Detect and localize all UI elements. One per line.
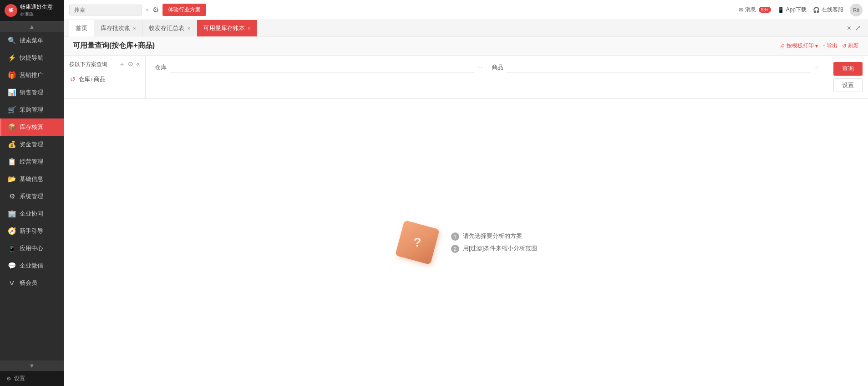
empty-tip-1: 1 请先选择要分析的方案: [451, 232, 537, 241]
sidebar-icon-basic: 📂: [8, 175, 16, 183]
sidebar-item-inventory[interactable]: 📦 库存核算: [0, 118, 64, 136]
sidebar-item-finance[interactable]: 💰 资金管理: [0, 136, 64, 153]
sidebar-label-appcenter: 应用中心: [20, 244, 43, 252]
gear-icon[interactable]: ⚙: [152, 5, 159, 14]
refresh-button[interactable]: ↺ 刷新: [842, 42, 859, 50]
warehouse-more-button[interactable]: ···: [477, 64, 482, 71]
tab-available[interactable]: 可用量库存账本 ×: [197, 20, 257, 36]
sidebar-item-sales[interactable]: 📊 销售管理: [0, 84, 64, 101]
settings-button[interactable]: 设置: [833, 78, 863, 92]
app-download-button[interactable]: 📱 App下载: [777, 6, 807, 14]
service-label: 在线客服: [822, 6, 843, 14]
sidebar-footer[interactable]: ⚙ 设置: [0, 371, 64, 386]
sidebar-logo: 畅: [5, 4, 17, 17]
message-badge: 99+: [759, 7, 771, 13]
sidebar-label-sales: 销售管理: [20, 88, 43, 97]
sidebar-label-search: 搜索菜单: [20, 36, 43, 45]
sidebar-label-basic: 基础信息: [20, 175, 43, 183]
user-name: Rit: [853, 7, 859, 13]
scheme-item-warehouse-goods[interactable]: ↺ 仓库+商品: [64, 72, 145, 87]
sidebar-item-member[interactable]: V 畅会员: [0, 274, 64, 292]
goods-more-button[interactable]: ···: [814, 64, 819, 71]
tab-available-close[interactable]: ×: [248, 26, 250, 31]
sidebar-item-shortcut[interactable]: ⚡ 快捷导航: [0, 49, 64, 67]
print-chevron-icon: ▾: [815, 43, 818, 49]
empty-state: 1 请先选择要分析的方案 2 用[过滤]条件来缩小分析范围: [64, 99, 868, 386]
sidebar-item-guide[interactable]: 🧭 新手引导: [0, 222, 64, 240]
sidebar-icon-purchase: 🛒: [8, 106, 16, 114]
tip-text-1: 请先选择要分析的方案: [463, 232, 522, 240]
sidebar-item-wechat[interactable]: 💬 企业微信: [0, 257, 64, 274]
tab-home[interactable]: 首页: [69, 20, 94, 36]
online-service-button[interactable]: 🎧 在线客服: [813, 6, 843, 14]
sidebar-items: 🔍 搜索菜单 ⚡ 快捷导航 🎁 营销推广 📊 销售管理 🛒 采购管理 📦 库存核…: [0, 32, 64, 360]
sidebar-label-finance: 资金管理: [20, 140, 43, 149]
page-content: 可用量查询(按仓库+商品) 🖨 按模板打印 ▾ ↑ 导出 ↺ 刷新: [64, 36, 868, 386]
sidebar-label-wechat: 企业微信: [20, 262, 43, 270]
filter-panel: 仓库 ··· 商品 ···: [146, 56, 828, 98]
logo-text: 畅: [9, 7, 13, 14]
tab-batch[interactable]: 库存批次账 ×: [94, 20, 142, 36]
export-button[interactable]: ↑ 导出: [822, 42, 838, 50]
sidebar-item-operation[interactable]: 📋 经营管理: [0, 153, 64, 170]
tab-summary[interactable]: 收发存汇总表 ×: [142, 20, 197, 36]
sidebar-icon-shortcut: ⚡: [8, 54, 16, 62]
message-button[interactable]: ✉ 消息 99+: [739, 6, 771, 14]
settings-icon: ⚙: [6, 376, 11, 382]
query-button[interactable]: 查询: [833, 62, 863, 76]
scheme-item-icon: ↺: [70, 76, 76, 83]
sidebar-item-purchase[interactable]: 🛒 采购管理: [0, 101, 64, 118]
goods-filter-input[interactable]: [507, 62, 811, 72]
tab-home-label: 首页: [76, 24, 87, 32]
sidebar-icon-operation: 📋: [8, 158, 16, 166]
page-header: 可用量查询(按仓库+商品) 🖨 按模板打印 ▾ ↑ 导出 ↺ 刷新: [64, 36, 868, 56]
message-label: 消息: [745, 6, 756, 14]
scheme-panel-icons: ＋ ⊙ «: [119, 60, 140, 68]
filter-warehouse-group: 仓库 ···: [155, 62, 482, 72]
sidebar-icon-appcenter: 📱: [8, 244, 16, 252]
tabbar-expand-button[interactable]: ⤢: [853, 24, 863, 32]
add-scheme-icon[interactable]: ＋: [119, 60, 125, 68]
action-panel: 查询 设置: [828, 56, 868, 98]
sidebar-icon-inventory: 📦: [8, 123, 16, 131]
query-section: 按以下方案查询 ＋ ⊙ « ↺ 仓库+商品 仓库 ···: [64, 56, 868, 99]
avatar[interactable]: Rit: [850, 4, 863, 16]
empty-box: [395, 220, 440, 265]
refresh-label: 刷新: [848, 42, 859, 50]
tabbar-close-button[interactable]: ×: [845, 24, 853, 32]
sidebar-header: 畅 畅康通好生意 标准版: [0, 0, 64, 21]
empty-tip-2: 2 用[过滤]条件来缩小分析范围: [451, 244, 537, 253]
tab-batch-close[interactable]: ×: [133, 26, 136, 31]
sidebar-item-basic[interactable]: 📂 基础信息: [0, 170, 64, 188]
sidebar-item-system[interactable]: ⚙ 系统管理: [0, 188, 64, 205]
tip-text-2: 用[过滤]条件来缩小分析范围: [463, 244, 537, 252]
sidebar-title: 畅康通好生意: [20, 4, 53, 11]
sidebar-label-system: 系统管理: [20, 192, 43, 201]
message-icon: ✉: [739, 7, 743, 13]
print-template-button[interactable]: 🖨 按模板打印 ▾: [780, 42, 818, 50]
print-label: 按模板打印: [787, 42, 814, 50]
empty-illustration: [395, 220, 440, 265]
sidebar-label-purchase: 采购管理: [20, 106, 43, 114]
tip-num-1: 1: [451, 232, 459, 241]
sidebar-icon-search: 🔍: [8, 36, 16, 45]
sidebar-icon-sales: 📊: [8, 88, 16, 97]
phone-icon: 📱: [777, 7, 784, 13]
search-input[interactable]: [69, 5, 142, 15]
sidebar-label-guide: 新手引导: [20, 227, 43, 235]
page-header-actions: 🖨 按模板打印 ▾ ↑ 导出 ↺ 刷新: [780, 42, 859, 50]
sidebar-item-search[interactable]: 🔍 搜索菜单: [0, 32, 64, 49]
collapse-scheme-icon[interactable]: «: [136, 60, 140, 68]
sidebar-scroll-up[interactable]: ▲: [0, 21, 64, 32]
sidebar-scroll-down[interactable]: ▼: [0, 360, 64, 371]
warehouse-filter-input[interactable]: [170, 62, 474, 72]
sidebar-item-enterprise[interactable]: 🏢 企业协同: [0, 205, 64, 222]
sidebar-item-marketing[interactable]: 🎁 营销推广: [0, 67, 64, 84]
goods-filter-label: 商品: [492, 63, 503, 72]
print-icon: 🖨: [780, 43, 785, 49]
scheme-panel-title: 按以下方案查询: [69, 61, 107, 68]
sidebar-item-appcenter[interactable]: 📱 应用中心: [0, 240, 64, 257]
industry-solution-button[interactable]: 体验行业方案: [162, 4, 206, 16]
settings-scheme-icon[interactable]: ⊙: [128, 60, 133, 68]
tab-summary-close[interactable]: ×: [187, 26, 190, 31]
